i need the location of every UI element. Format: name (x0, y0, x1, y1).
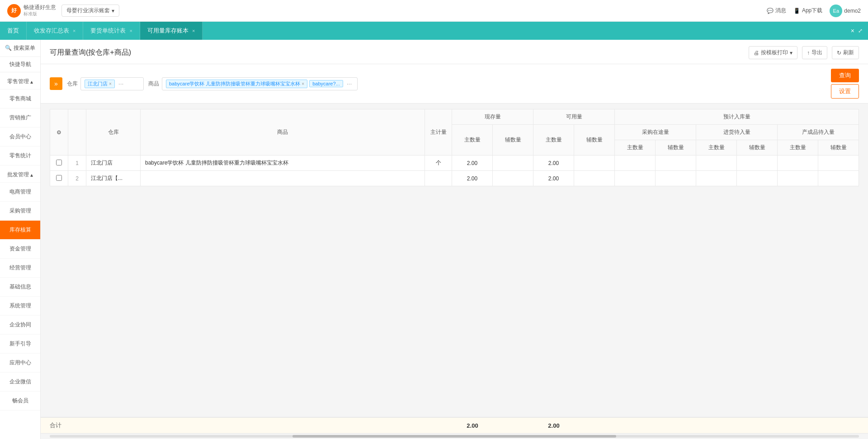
tab-receipt[interactable]: 收发存汇总表 × (27, 22, 83, 40)
sidebar-item-operations[interactable]: 经营管理 (0, 259, 40, 278)
sidebar-item-enterprise[interactable]: 企业协同 (0, 316, 40, 335)
logo-icon: 好 (7, 4, 21, 18)
sidebar-item-member-plus[interactable]: 畅会员 (0, 392, 40, 411)
sidebar-item-system[interactable]: 系统管理 (0, 297, 40, 316)
col-unit-header: 主计量 (425, 109, 452, 156)
row-unit: 个 (425, 156, 452, 171)
footer-stock-total: 2.00 (452, 422, 493, 429)
app-icon: 📱 (793, 8, 800, 14)
row-checkbox[interactable] (50, 156, 68, 171)
row-produced-aux (818, 171, 859, 186)
row-incoming-aux (737, 171, 778, 186)
app-label: App下载 (802, 7, 822, 14)
col-produced-aux-header: 辅数量 (818, 140, 859, 156)
scrollbar-thumb[interactable] (292, 435, 616, 438)
sidebar-item-member[interactable]: 会员中心 (0, 127, 40, 146)
sidebar-item-finance[interactable]: 资金管理 (0, 240, 40, 259)
row-avail-aux (574, 156, 615, 171)
row-product (141, 171, 425, 186)
warehouse-tag: 江北门店 × (85, 80, 115, 88)
tab-order[interactable]: 要货单统计表 × (83, 22, 140, 40)
col-avail-group-header: 可用量 (533, 109, 615, 125)
warehouse-input[interactable]: 江北门店 × ··· (80, 77, 144, 90)
tab-order-close-icon[interactable]: × (129, 28, 132, 33)
sidebar-ecommerce-label: 电商管理 (9, 189, 31, 195)
sidebar-item-newbie[interactable]: 新手引导 (0, 335, 40, 354)
row-avail-main: 2.00 (533, 171, 574, 186)
product-tag1-close-icon[interactable]: × (302, 81, 304, 86)
maximize-icon[interactable]: ⤢ (858, 28, 863, 34)
chat-icon: 💬 (767, 8, 774, 14)
print-button[interactable]: 🖨 按模板打印 ▾ (749, 46, 797, 59)
col-setting-header[interactable]: ⚙ (50, 109, 68, 156)
tab-stock[interactable]: 可用量库存账本 × (140, 22, 203, 40)
col-product-header: 商品 (141, 109, 425, 156)
export-label: 导出 (811, 49, 822, 57)
user-menu[interactable]: Ea demo2 (830, 5, 861, 17)
col-produced-main-header: 主数量 (778, 140, 818, 156)
col-stock-aux-header: 辅数量 (493, 125, 533, 156)
footer-label: 合计 (50, 421, 61, 430)
sidebar-item-retail-stats[interactable]: 零售统计 (0, 146, 40, 165)
tab-bar: 首页 收发存汇总表 × 要货单统计表 × 可用量库存账本 × × ⤢ (0, 22, 868, 40)
sidebar-marketing-label: 营销推广 (9, 114, 31, 121)
row-avail-main: 2.00 (533, 156, 574, 171)
table-footer: 合计 2.00 2.00 (41, 417, 868, 434)
product-filter-group: 商品 babycare学饮杯 儿童防摔防撞吸管杯重力球吸嘴杯宝宝水杯 × bab… (148, 77, 358, 90)
gear-icon: ⚙ (57, 129, 61, 136)
tab-home[interactable]: 首页 (0, 22, 27, 40)
close-icon[interactable]: × (851, 27, 854, 34)
sidebar-item-enterprise-wechat[interactable]: 企业微信 (0, 373, 40, 392)
sidebar-item-retail-mgmt[interactable]: 零售管理 ▴ (0, 72, 40, 90)
industry-select[interactable]: 母婴行业演示账套 ▾ (61, 5, 119, 17)
row-purchase-aux (656, 171, 696, 186)
sidebar-item-wholesale-mgmt[interactable]: 批发管理 ▴ (0, 165, 40, 183)
sidebar-quick-nav[interactable]: 快捷导航 (0, 57, 40, 72)
setting-button[interactable]: 设置 (831, 84, 859, 99)
export-button[interactable]: ↑ 导出 (802, 46, 827, 59)
col-avail-main-header: 主数量 (533, 125, 574, 156)
chat-button[interactable]: 💬 消息 (767, 7, 786, 14)
tab-receipt-close-icon[interactable]: × (73, 28, 75, 33)
app-download-button[interactable]: 📱 App下载 (793, 7, 822, 14)
avatar: Ea (830, 5, 842, 17)
row-incoming-main (696, 171, 737, 186)
product-tag2-text: babycare?... (312, 81, 340, 86)
row-stock-main: 2.00 (452, 156, 493, 171)
horizontal-scrollbar[interactable] (41, 434, 868, 439)
sidebar-item-marketing[interactable]: 营销推广 (0, 109, 40, 127)
product-label: 商品 (148, 80, 159, 88)
sidebar-item-app-center[interactable]: 应用中心 (0, 354, 40, 373)
refresh-button[interactable]: ↻ 刷新 (832, 46, 859, 59)
main-layout: 🔍 搜索菜单 快捷导航 零售管理 ▴ 零售商城 营销推广 会员中心 零售统计 批… (0, 40, 868, 439)
product-input[interactable]: babycare学饮杯 儿童防摔防撞吸管杯重力球吸嘴杯宝宝水杯 × babyca… (162, 77, 358, 90)
tab-receipt-label: 收发存汇总表 (34, 27, 69, 35)
sidebar-item-inventory[interactable]: 库存核算 (0, 221, 40, 240)
tab-window-buttons: × ⤢ (845, 22, 868, 40)
col-incoming-main-header: 主数量 (696, 140, 737, 156)
sidebar-item-basic-info[interactable]: 基础信息 (0, 278, 40, 297)
row-checkbox[interactable] (50, 171, 68, 186)
filter-area: » 仓库 江北门店 × ··· 商品 babycare学饮杯 儿童防摔防撞吸管杯… (41, 64, 868, 104)
col-produced-pending-header: 产成品待入量 (778, 125, 859, 140)
sidebar-item-ecommerce[interactable]: 电商管理 (0, 183, 40, 202)
product-tag2: babycare?... (309, 80, 343, 87)
query-button[interactable]: 查询 (831, 69, 859, 82)
refresh-label: 刷新 (843, 49, 854, 57)
col-purchase-pending-header: 进货待入量 (696, 125, 778, 140)
warehouse-label: 仓库 (67, 80, 78, 88)
sidebar-search[interactable]: 🔍 搜索菜单 (0, 40, 40, 57)
sidebar-operations-label: 经营管理 (9, 264, 31, 271)
sidebar-item-purchase[interactable]: 采购管理 (0, 202, 40, 221)
sidebar-quicknav-label: 快捷导航 (9, 61, 31, 67)
page-actions: 🖨 按模板打印 ▾ ↑ 导出 ↻ 刷新 (749, 46, 859, 59)
logo-text: 畅捷通好生意 (24, 4, 56, 10)
sidebar: 🔍 搜索菜单 快捷导航 零售管理 ▴ 零售商城 营销推广 会员中心 零售统计 批… (0, 40, 41, 439)
warehouse-tag-close-icon[interactable]: × (109, 81, 112, 86)
sidebar-item-retail-shop[interactable]: 零售商城 (0, 90, 40, 109)
page-title: 可用量查询(按仓库+商品) (50, 48, 131, 57)
tab-spacer (203, 22, 845, 40)
filter-toggle-button[interactable]: » (50, 77, 62, 90)
tab-stock-close-icon[interactable]: × (192, 28, 195, 33)
row-purchase-main (615, 156, 656, 171)
